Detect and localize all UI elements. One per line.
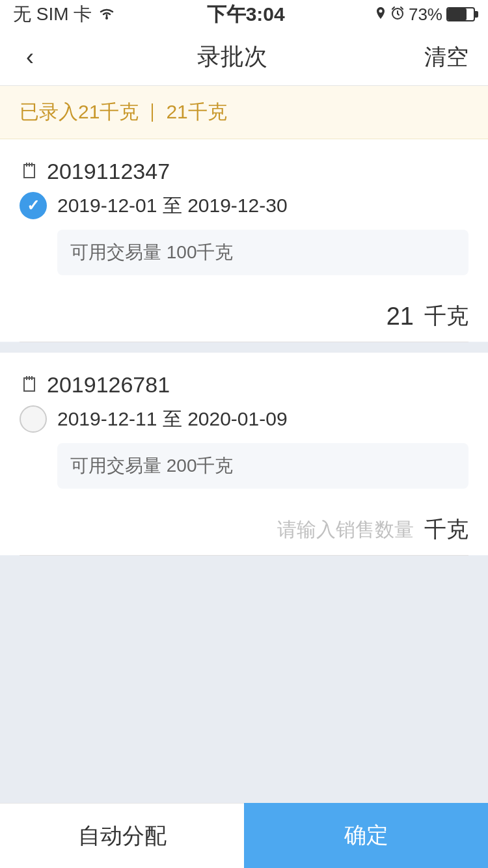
location-icon xyxy=(375,5,386,25)
batch2-id: 2019126781 xyxy=(47,372,170,398)
status-right: 73% xyxy=(375,5,475,25)
alarm-icon xyxy=(390,5,405,25)
batch1-date: 2019-12-01 至 2019-12-30 xyxy=(57,193,288,219)
batch1-amount-unit: 千克 xyxy=(424,301,468,331)
batch2-input-unit: 千克 xyxy=(424,515,468,545)
batch1-available: 可用交易量 100千克 xyxy=(57,230,468,275)
batch1-header: 🗒 2019112347 xyxy=(20,159,468,184)
batch-card-1: 🗒 2019112347 2019-12-01 至 2019-12-30 可用交… xyxy=(0,139,488,288)
clear-button[interactable]: 清空 xyxy=(424,42,468,72)
carrier-text: 无 SIM 卡 xyxy=(13,2,92,27)
doc-icon-1: 🗒 xyxy=(20,159,40,183)
back-button[interactable]: ‹ xyxy=(20,37,40,77)
batch2-input-placeholder[interactable]: 请输入销售数量 xyxy=(277,517,414,543)
batch1-id: 2019112347 xyxy=(47,159,170,184)
status-bar: 无 SIM 卡 下午3:04 73% xyxy=(0,0,488,29)
batch2-date: 2019-12-11 至 2020-01-09 xyxy=(57,406,288,433)
batch2-radio[interactable] xyxy=(20,405,47,433)
batch1-date-row[interactable]: 2019-12-01 至 2019-12-30 xyxy=(20,192,468,219)
batch2-available: 可用交易量 200千克 xyxy=(57,443,468,489)
auto-distribute-button[interactable]: 自动分配 xyxy=(0,803,244,868)
summary-recorded: 已录入21千克 xyxy=(20,99,139,126)
svg-point-0 xyxy=(105,17,108,20)
batch2-date-row[interactable]: 2019-12-11 至 2020-01-09 xyxy=(20,405,468,433)
batch1-amount-row: 21 千克 xyxy=(0,288,488,342)
batch2-input-row: 请输入销售数量 千克 xyxy=(0,502,488,555)
bottom-empty-area xyxy=(0,556,488,816)
confirm-button[interactable]: 确定 xyxy=(244,803,488,868)
batch1-amount-value[interactable]: 21 xyxy=(386,303,414,331)
summary-divider xyxy=(152,103,153,122)
batch2-header: 🗒 2019126781 xyxy=(20,372,468,398)
section-separator xyxy=(0,342,488,353)
status-left: 无 SIM 卡 xyxy=(13,2,116,27)
battery-icon xyxy=(446,7,475,21)
summary-amount: 21千克 xyxy=(166,99,226,126)
batch-card-2: 🗒 2019126781 2019-12-11 至 2020-01-09 可用交… xyxy=(0,353,488,502)
battery-percent: 73% xyxy=(409,5,442,25)
batch1-radio[interactable] xyxy=(20,192,47,219)
page-title: 录批次 xyxy=(197,41,267,73)
status-time: 下午3:04 xyxy=(207,1,285,28)
doc-icon-2: 🗒 xyxy=(20,373,40,397)
bottom-buttons: 自动分配 确定 xyxy=(0,803,488,868)
nav-bar: ‹ 录批次 清空 xyxy=(0,29,488,86)
wifi-icon xyxy=(97,4,116,25)
summary-banner: 已录入21千克 21千克 xyxy=(0,86,488,139)
